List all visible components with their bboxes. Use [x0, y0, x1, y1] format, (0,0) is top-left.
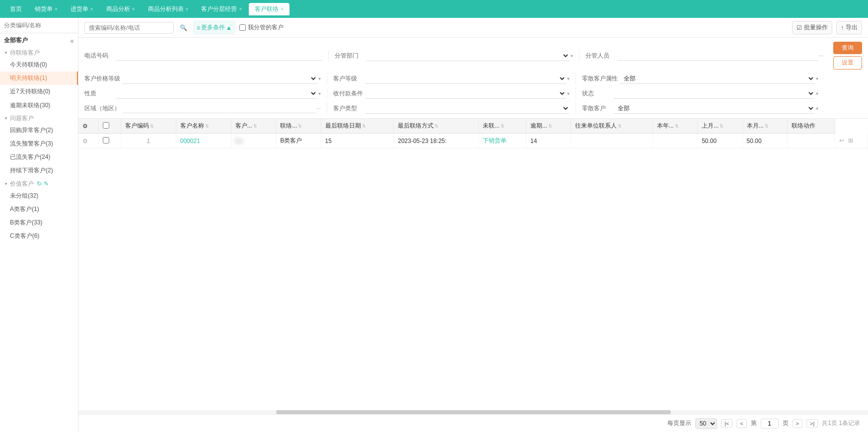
col-action[interactable]: 联络动作 — [787, 119, 835, 134]
sidebar-item-tomorrow-contact[interactable]: 明天待联络(1) — [0, 72, 78, 85]
nav-customer-segmentation[interactable]: 客户分层经营 × — [195, 3, 248, 15]
retail-cust-filter: 零散客户 全部 ▾ — [582, 103, 818, 114]
sidebar-item-b-class[interactable]: B类客户(33) — [0, 216, 78, 229]
col-this-month[interactable]: 本月... ⇅ — [742, 119, 787, 134]
sidebar-search-bar[interactable]: 🔍 — [0, 18, 78, 33]
content-area: 🔍 ≡ 更多条件 ▲ 我分管的客户 ☑ 批量操作 ↑ 导出 — [78, 18, 868, 432]
close-customer-segmentation[interactable]: × — [239, 6, 242, 12]
col-no-contact[interactable]: 未联... ⇅ — [478, 119, 526, 134]
close-sales-order[interactable]: × — [55, 6, 58, 12]
nav-product-analysis-list[interactable]: 商品分析列表 × — [142, 3, 195, 15]
dept-select[interactable] — [366, 51, 569, 61]
col-gear[interactable]: ⚙ — [78, 119, 99, 134]
per-page-select[interactable]: 50 — [695, 418, 717, 429]
row-gear[interactable]: ⚙ — [78, 134, 99, 148]
col-overdue[interactable]: 逾期... ⇅ — [526, 119, 571, 134]
refresh-value-icon[interactable]: ↻ — [37, 180, 42, 187]
sidebar-search-input[interactable] — [4, 22, 78, 29]
nature-select[interactable] — [116, 88, 317, 99]
region-filter: 区域（地区） ··· — [84, 104, 321, 113]
table-header-row: ⚙ 客户编码 ⇅ 客户名称 — [78, 119, 868, 134]
top-navigation: 首页 销货单 × 进货单 × 商品分析 × 商品分析列表 × 客户分层经营 × … — [0, 0, 868, 18]
sidebar-item-churn-warning[interactable]: 流失预警客户(3) — [0, 137, 78, 150]
region-input[interactable] — [122, 104, 316, 113]
row-action[interactable]: ↩ ⊞ — [835, 134, 868, 148]
sidebar-item-churned[interactable]: 已流失客户(24) — [0, 150, 78, 164]
retail-attr-select[interactable]: 全部 — [620, 73, 815, 84]
row-last-date: 2023-05-23 18:25: — [394, 134, 478, 148]
sidebar-item-repurchase-anomaly[interactable]: 回购异常客户(2) — [0, 124, 78, 137]
region-more-icon[interactable]: ··· — [316, 105, 321, 112]
nav-sales-order[interactable]: 销货单 × — [29, 3, 64, 15]
close-product-analysis[interactable]: × — [132, 6, 135, 12]
edit-value-icon[interactable]: ✎ — [44, 180, 49, 187]
sidebar-item-7day-contact[interactable]: 近7天待联络(0) — [0, 85, 78, 98]
cust-level-filter: 客户等级 ▾ — [333, 73, 570, 84]
grid-action-icon[interactable]: ⊞ — [848, 137, 853, 144]
col-contact-person[interactable]: 往来单位联系人 ⇅ — [571, 119, 652, 134]
scrollbar-thumb[interactable] — [276, 410, 671, 414]
sidebar-item-declining[interactable]: 持续下滑客户(2) — [0, 164, 78, 177]
collapse-sidebar-btn[interactable]: « — [70, 37, 74, 45]
nav-home[interactable]: 首页 — [4, 3, 28, 15]
col-last-contact-date[interactable]: 最后联络日期 ⇅ — [321, 119, 394, 134]
manager-filter: 分管人员 ··· — [585, 51, 823, 61]
prev-page-btn[interactable]: < — [736, 419, 746, 428]
gear-icon[interactable]: ⚙ — [82, 123, 88, 130]
my-customers-checkbox[interactable] — [239, 24, 246, 31]
close-purchase-order[interactable]: × — [90, 6, 93, 12]
nav-product-analysis[interactable]: 商品分析 × — [100, 3, 141, 15]
col-last-contact-method[interactable]: 最后联络方式 ⇅ — [394, 119, 478, 134]
select-all-checkbox[interactable] — [103, 122, 109, 129]
retail-cust-select[interactable]: 全部 — [614, 103, 815, 114]
close-product-analysis-list[interactable]: × — [186, 6, 189, 12]
payment-select[interactable] — [365, 88, 566, 99]
sidebar-item-c-class[interactable]: C类客户(6) — [0, 229, 78, 243]
col-type[interactable]: 客户... ⇅ — [231, 119, 276, 134]
export-btn[interactable]: ↑ 导出 — [836, 21, 862, 34]
batch-operation-btn[interactable]: ☑ 批量操作 — [792, 21, 832, 34]
sidebar-item-ungrouped[interactable]: 未分组(32) — [0, 189, 78, 203]
customer-code-link[interactable]: 000021 — [180, 138, 200, 144]
customer-name-link[interactable]: Ea — [235, 138, 243, 144]
cust-level-select[interactable] — [365, 73, 566, 84]
my-customers-checkbox-label[interactable]: 我分管的客户 — [239, 23, 284, 32]
sidebar-item-overdue-contact[interactable]: 逾期未联络(30) — [0, 99, 78, 112]
cust-type-select[interactable] — [365, 103, 570, 114]
nav-customer-contact[interactable]: 客户联络 × — [249, 3, 289, 15]
row-overdue — [571, 134, 652, 148]
manager-more-icon[interactable]: ··· — [818, 52, 823, 59]
payment-filter: 收付款条件 ▾ — [333, 88, 570, 99]
cust-value-select[interactable] — [122, 73, 317, 84]
close-customer-contact[interactable]: × — [281, 6, 284, 12]
last-method-link[interactable]: 下销货单 — [483, 137, 506, 144]
col-code[interactable]: 客户编码 ⇅ — [121, 119, 176, 134]
row-no-contact: 14 — [526, 134, 571, 148]
status-select[interactable] — [614, 88, 815, 99]
col-last-month[interactable]: 上月... ⇅ — [698, 119, 742, 134]
reply-action-icon[interactable]: ↩ — [839, 137, 844, 144]
col-name[interactable]: 客户名称 ⇅ — [176, 119, 231, 134]
sidebar-item-today-contact[interactable]: 今天待联络(0) — [0, 58, 78, 72]
settings-button[interactable]: 设置 — [833, 56, 862, 70]
cust-type-filter: 客户类型 — [333, 103, 570, 114]
last-page-btn[interactable]: >| — [806, 419, 818, 428]
more-conditions-btn[interactable]: ≡ 更多条件 ▲ — [193, 21, 235, 34]
row-name: Ea — [231, 134, 276, 148]
horizontal-scrollbar[interactable] — [78, 410, 868, 414]
first-page-btn[interactable]: |< — [721, 419, 732, 428]
page-number-input[interactable] — [761, 419, 779, 429]
search-input[interactable] — [84, 22, 174, 34]
row-checkbox[interactable] — [99, 134, 121, 148]
search-icon[interactable]: 🔍 — [178, 23, 189, 32]
col-checkbox[interactable] — [99, 119, 121, 134]
query-button[interactable]: 查询 — [833, 42, 862, 54]
sidebar-item-a-class[interactable]: A类客户(1) — [0, 203, 78, 216]
col-this-year[interactable]: 本年... ⇅ — [652, 119, 697, 134]
next-page-btn[interactable]: > — [793, 419, 802, 428]
group-value-customers: ▼ 价值客户 ↻ ✎ — [0, 178, 78, 189]
phone-input[interactable] — [116, 51, 322, 61]
col-contact-count[interactable]: 联络... ⇅ — [276, 119, 321, 134]
manager-input[interactable] — [617, 51, 818, 61]
nav-purchase-order[interactable]: 进货单 × — [65, 3, 99, 15]
